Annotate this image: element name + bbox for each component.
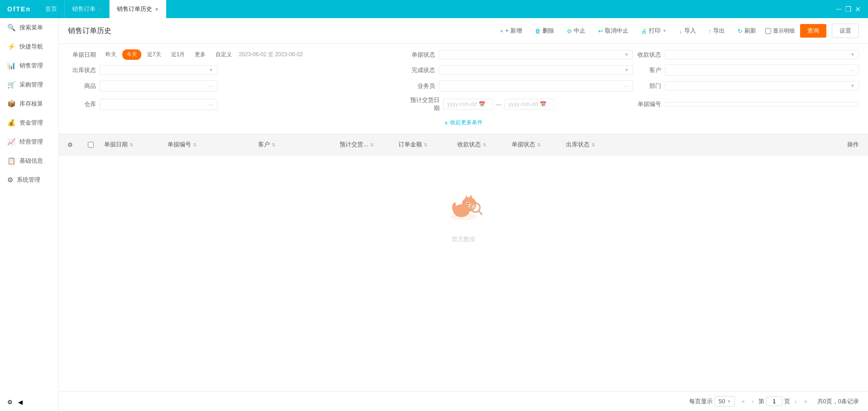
page-total-text: 共0页，0条记录 (817, 397, 859, 406)
th-number[interactable]: 单据编号 ⇅ (163, 138, 254, 151)
restore-button[interactable]: ❐ (845, 5, 851, 14)
receipt-status-select[interactable]: ▼ (665, 50, 859, 59)
tab-sales-order-history[interactable]: 销售订单历史 ✕ (110, 0, 166, 18)
delivery-date-from[interactable]: yyyy-mm-dd 📅 (443, 99, 493, 110)
collapse-sidebar-icon[interactable]: ◀ (18, 399, 23, 406)
tab-sales-order[interactable]: 销售订单 ✕ (65, 0, 110, 18)
sort-amount-icon: ⇅ (424, 142, 427, 147)
export-icon: ↑ (709, 28, 712, 34)
th-delivery[interactable]: 预计交货... ⇅ (335, 138, 394, 151)
cancel-stop-button[interactable]: ↩ 取消中止 (595, 25, 632, 37)
receipt-status-label: 收款状态 (633, 51, 665, 59)
sidebar-item-search-label: 搜索菜单 (19, 24, 43, 32)
delivery-date-to[interactable]: yyyy-mm-dd 📅 (504, 99, 554, 110)
salesman-input[interactable]: ··· (439, 80, 633, 92)
operations-icon: 📈 (7, 138, 16, 146)
complete-select[interactable]: ▼ (439, 65, 633, 75)
last-page-button[interactable]: » (801, 397, 810, 406)
new-button[interactable]: + + 新增 (496, 25, 526, 37)
th-amount[interactable]: 订单金额 ⇅ (394, 138, 453, 151)
dept-select[interactable]: ▼ (665, 81, 859, 91)
sort-date-icon: ⇅ (129, 142, 133, 147)
collapse-bar[interactable]: ∧ 收起更多条件 (68, 117, 859, 128)
pill-yesterday[interactable]: 昨天 (101, 49, 120, 60)
delivery-date-label: 预计交货日期 (407, 96, 443, 112)
svg-point-7 (467, 203, 469, 204)
th-customer[interactable]: 客户 ⇅ (254, 138, 335, 151)
toolbar: + + 新增 🗑 删除 ⊘ 中止 ↩ 取消中止 🖨 打印 (496, 24, 859, 38)
per-page-select[interactable]: 50 ▼ (715, 396, 735, 406)
outbound-label: 出库状态 (68, 66, 100, 74)
th-checkbox[interactable] (82, 139, 100, 150)
tab-sales-order-label: 销售订单 (72, 5, 96, 13)
select-all-checkbox[interactable] (88, 142, 94, 148)
first-page-button[interactable]: « (739, 397, 747, 406)
customer-label: 客户 (633, 66, 665, 74)
tab-sales-order-history-close[interactable]: ✕ (155, 7, 158, 12)
th-receipt[interactable]: 收款状态 ⇅ (453, 138, 507, 151)
minimize-button[interactable]: ─ (836, 5, 841, 13)
filter-row-1: 单据日期 昨天 今天 近7天 近1月 更多 自定义 2023-06-02 至 2… (68, 49, 859, 60)
pill-custom[interactable]: 自定义 (211, 49, 236, 60)
dept-label: 部门 (633, 82, 665, 90)
import-label: 导入 (684, 27, 696, 35)
page-number-input[interactable]: 1 (766, 396, 782, 406)
sidebar-item-system-label: 系统管理 (17, 176, 40, 184)
th-status[interactable]: 单据状态 ⇅ (507, 138, 561, 151)
customer-input[interactable]: ··· (665, 64, 859, 76)
sidebar-item-inventory[interactable]: 📦 库存核算 (0, 94, 58, 113)
setting-button[interactable]: 设置 (832, 24, 859, 38)
complete-label: 完成状态 (407, 66, 439, 74)
stop-button[interactable]: ⊘ 中止 (563, 25, 589, 37)
goods-input[interactable]: ··· (100, 80, 217, 92)
tab-sales-order-close[interactable]: ✕ (98, 7, 102, 12)
th-outbound[interactable]: 出库状态 ⇅ (561, 138, 616, 151)
filter-row-4: 仓库 ··· 预计交货日期 yyyy-mm-dd 📅 — yyyy-mm-dd (68, 96, 859, 112)
prev-page-button[interactable]: ‹ (749, 397, 757, 406)
refresh-button[interactable]: ↻ 刷新 (734, 25, 760, 37)
finance-icon: 💰 (7, 119, 16, 127)
sales-icon: 📊 (7, 62, 16, 70)
query-button[interactable]: 查询 (800, 24, 826, 38)
warehouse-input[interactable]: ··· (100, 99, 217, 110)
pill-1month[interactable]: 近1月 (167, 49, 189, 60)
sort-receipt-icon: ⇅ (483, 142, 486, 147)
sidebar-item-basic-info-label: 基础信息 (19, 157, 43, 165)
sidebar-item-finance[interactable]: 💰 资金管理 (0, 113, 58, 132)
print-button[interactable]: 🖨 打印 ▼ (638, 25, 670, 37)
tab-home[interactable]: 首页 (38, 0, 65, 18)
sidebar-item-purchase[interactable]: 🛒 采购管理 (0, 75, 58, 94)
display-detail-checkbox[interactable]: 显示明细 (765, 27, 795, 35)
pill-7days[interactable]: 近7天 (143, 49, 165, 60)
doc-number-input[interactable] (665, 102, 859, 106)
sidebar-item-sales-label: 销售管理 (19, 62, 43, 70)
sidebar-item-system[interactable]: ⚙ 系统管理 (0, 170, 58, 189)
sidebar-item-quick-nav[interactable]: ⚡ 快捷导航 (0, 37, 58, 56)
filter-row-2: 出库状态 ▼ 完成状态 ▼ 客户 (68, 64, 859, 76)
calendar-to-icon: 📅 (540, 101, 547, 107)
next-page-button[interactable]: › (792, 397, 799, 406)
sidebar-item-sales[interactable]: 📊 销售管理 (0, 56, 58, 75)
th-date[interactable]: 单据日期 ⇅ (100, 138, 163, 151)
settings-icon[interactable]: ⚙ (7, 399, 13, 406)
th-settings[interactable]: ⚙ (59, 139, 82, 151)
close-button[interactable]: ✕ (855, 5, 861, 14)
import-button[interactable]: ↓ 导入 (676, 25, 700, 37)
sidebar-item-search[interactable]: 🔍 搜索菜单 (0, 18, 58, 37)
main-layout: 🔍 搜索菜单 ⚡ 快捷导航 📊 销售管理 🛒 采购管理 📦 库存核算 💰 资金管… (0, 18, 868, 411)
sidebar-item-operations[interactable]: 📈 经营管理 (0, 132, 58, 151)
customer-dots: ··· (850, 67, 855, 73)
filter-row-3: 商品 ··· 业务员 ··· 部门 (68, 80, 859, 92)
doc-status-select[interactable]: ▼ (439, 50, 633, 59)
display-detail-input[interactable] (765, 28, 771, 34)
delete-button[interactable]: 🗑 删除 (531, 25, 558, 37)
export-button[interactable]: ↑ 导出 (705, 25, 729, 37)
calendar-from-icon: 📅 (479, 101, 485, 107)
sort-number-icon: ⇅ (193, 142, 197, 147)
goods-dots: ··· (208, 82, 213, 89)
sidebar-item-basic-info[interactable]: 📋 基础信息 (0, 151, 58, 170)
pill-more[interactable]: 更多 (191, 49, 210, 60)
pill-today[interactable]: 今天 (122, 49, 141, 60)
complete-arrow: ▼ (624, 68, 629, 73)
outbound-select[interactable]: ▼ (100, 65, 217, 75)
